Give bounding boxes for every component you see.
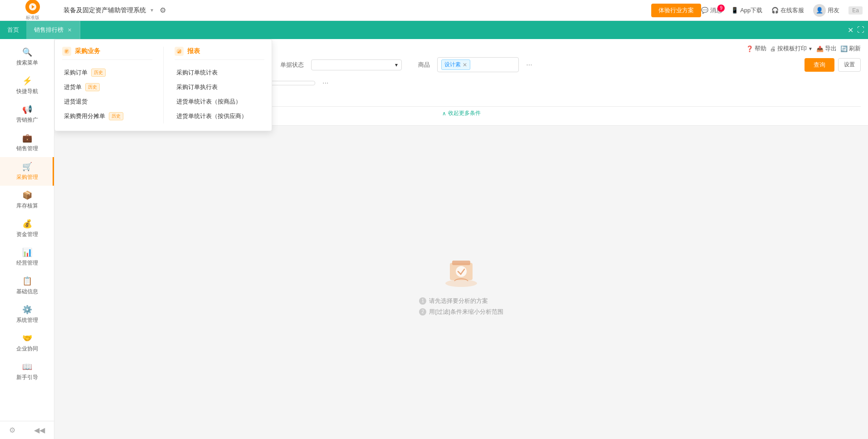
report-col-header: 报表 <box>175 47 265 60</box>
user-btn[interactable]: 👤 用友 <box>813 4 839 17</box>
dropdown-overlay: 采购业务 采购订单 历史 进货单 历史 进货退货 采购费用分摊单 <box>54 39 868 439</box>
tab-close-icon[interactable]: ✕ <box>66 27 73 33</box>
sidebar-collapse-icon[interactable]: ◀◀ <box>34 426 45 434</box>
purchase-col-header: 采购业务 <box>62 47 152 60</box>
inventory-icon: 📦 <box>22 190 32 200</box>
purchase-order-label: 采购订单 <box>64 69 88 77</box>
tab-close-all-icon[interactable]: ✕ <box>848 26 853 35</box>
sidebar-item-system[interactable]: ⚙️ 系统管理 <box>0 300 54 329</box>
quicknav-icon: ⚡ <box>22 76 32 86</box>
basics-icon: 📋 <box>22 276 32 286</box>
inbound-return-label: 进货退货 <box>64 98 88 106</box>
sidebar-system-label: 系统管理 <box>16 316 38 324</box>
sidebar-item-marketing[interactable]: 📢 营销推广 <box>0 100 54 128</box>
sidebar-quicknav-label: 快捷导航 <box>16 88 38 95</box>
message-btn[interactable]: 💬 消息 9 <box>701 6 722 15</box>
inbound-stat-goods-label: 进货单统计表（按商品） <box>176 98 241 106</box>
purchase-order-stat-label: 采购订单统计表 <box>176 69 218 77</box>
report-col-label: 报表 <box>187 47 200 55</box>
app-download-label: App下载 <box>740 6 762 15</box>
menu-item-purchase-order-exec[interactable]: 采购订单执行表 <box>175 80 265 94</box>
main-layout: 🔍 搜索菜单 ⚡ 快捷导航 📢 营销推广 💼 销售管理 🛒 采购管理 📦 库存核… <box>0 39 868 439</box>
message-icon: 💬 <box>701 7 708 14</box>
sidebar-item-cooperation[interactable]: 🤝 企业协同 <box>0 329 54 357</box>
sidebar-item-guide[interactable]: 📖 新手引导 <box>0 357 54 386</box>
sidebar-item-operations[interactable]: 📊 经营管理 <box>0 243 54 271</box>
menu-item-inbound-stat-goods[interactable]: 进货单统计表（按商品） <box>175 94 265 109</box>
app-download-btn[interactable]: 📱 App下载 <box>731 6 762 15</box>
menu-item-purchase-order[interactable]: 采购订单 历史 <box>62 65 152 80</box>
cooperation-icon: 🤝 <box>22 333 32 343</box>
sales-icon: 💼 <box>22 133 32 143</box>
purchase-col-label: 采购业务 <box>75 47 100 55</box>
inbound-label: 进货单 <box>64 83 82 91</box>
sidebar-item-inventory[interactable]: 📦 库存核算 <box>0 186 54 214</box>
menu-item-inbound-return[interactable]: 进货退货 <box>62 94 152 109</box>
logo-area: 标准版 <box>5 0 60 21</box>
menu-divider <box>163 47 164 123</box>
online-service-btn[interactable]: 🎧 在线客服 <box>771 6 804 15</box>
sidebar-basics-label: 基础信息 <box>16 288 38 296</box>
sidebar-finance-label: 资金管理 <box>16 231 38 238</box>
dropdown-menu: 采购业务 采购订单 历史 进货单 历史 进货退货 采购费用分摊单 <box>54 39 272 131</box>
menu-item-inbound[interactable]: 进货单 历史 <box>62 80 152 94</box>
sidebar-operations-label: 经营管理 <box>16 259 38 267</box>
purchase-expense-label: 采购费用分摊单 <box>64 112 105 120</box>
sidebar-item-quicknav[interactable]: ⚡ 快捷导航 <box>0 71 54 100</box>
sidebar-inventory-label: 库存核算 <box>16 202 38 210</box>
user-label: 用友 <box>828 6 839 15</box>
system-name: 装备及固定资产辅助管理系统 <box>63 6 146 15</box>
purchase-order-exec-label: 采购订单执行表 <box>176 83 218 91</box>
online-service-label: 在线客服 <box>780 6 804 15</box>
purchase-menu-column: 采购业务 采购订单 历史 进货单 历史 进货退货 采购费用分摊单 <box>62 47 152 123</box>
sidebar-cooperation-label: 企业协同 <box>16 345 38 353</box>
svg-rect-7 <box>179 50 180 53</box>
menu-item-inbound-stat-supplier[interactable]: 进货单统计表（按供应商） <box>175 109 265 123</box>
topbar: 标准版 装备及固定资产辅助管理系统 ▼ ⚙ 体验行业方案 💬 消息 9 📱 Ap… <box>0 0 868 21</box>
menu-item-purchase-expense[interactable]: 采购费用分摊单 历史 <box>62 109 152 123</box>
trial-btn[interactable]: 体验行业方案 <box>651 4 701 17</box>
logo-icon <box>25 0 40 14</box>
sidebar-item-search[interactable]: 🔍 搜索菜单 <box>0 43 54 71</box>
tab-sales-ranking-label: 销售排行榜 <box>34 26 63 34</box>
tab-home[interactable]: 首页 <box>0 21 27 39</box>
phone-icon: 📱 <box>731 7 738 14</box>
tab-sales-ranking[interactable]: 销售排行榜 ✕ <box>27 21 80 39</box>
tabbar-actions: ✕ ⛶ <box>844 21 868 39</box>
sidebar-config-icon[interactable]: ⚙ <box>9 426 15 434</box>
svg-rect-6 <box>178 52 179 53</box>
purchase-icon: 🛒 <box>22 162 32 172</box>
tabbar: 首页 销售排行榜 ✕ ✕ ⛶ <box>0 21 868 39</box>
sidebar-search-label: 搜索菜单 <box>16 59 38 67</box>
sidebar-bottom: ⚙ ◀◀ <box>0 421 54 439</box>
sidebar: 🔍 搜索菜单 ⚡ 快捷导航 📢 营销推广 💼 销售管理 🛒 采购管理 📦 库存核… <box>0 39 54 439</box>
sidebar-item-basics[interactable]: 📋 基础信息 <box>0 271 54 300</box>
system-icon: ⚙️ <box>22 305 32 315</box>
active-indicator <box>53 157 54 186</box>
guide-icon: 📖 <box>22 362 32 372</box>
message-badge: 9 <box>717 5 725 12</box>
report-col-icon <box>175 47 184 56</box>
sidebar-item-finance[interactable]: 💰 资金管理 <box>0 214 54 243</box>
sidebar-item-purchase[interactable]: 🛒 采购管理 <box>0 157 54 186</box>
menu-item-purchase-order-stat[interactable]: 采购订单统计表 <box>175 65 265 80</box>
tab-fullscreen-icon[interactable]: ⛶ <box>857 26 864 34</box>
operations-icon: 📊 <box>22 247 32 257</box>
finance-icon: 💰 <box>22 219 32 229</box>
system-dropdown-arrow[interactable]: ▼ <box>150 8 154 13</box>
settings-icon[interactable]: ⚙ <box>160 6 166 15</box>
sidebar-item-sales[interactable]: 💼 销售管理 <box>0 128 54 157</box>
inbound-history-tag: 历史 <box>85 83 100 91</box>
inbound-stat-supplier-label: 进货单统计表（按供应商） <box>176 112 247 120</box>
sidebar-sales-label: 销售管理 <box>16 145 38 153</box>
headset-icon: 🎧 <box>771 7 779 14</box>
report-menu-column: 报表 采购订单统计表 采购订单执行表 进货单统计表（按商品） 进货单统计表（按供… <box>175 47 265 123</box>
svg-rect-8 <box>180 49 181 53</box>
logo-text: 标准版 <box>26 15 39 21</box>
purchase-order-history-tag: 历史 <box>91 69 106 77</box>
sidebar-marketing-label: 营销推广 <box>16 116 38 124</box>
sidebar-guide-label: 新手引导 <box>16 374 38 381</box>
tab-home-label: 首页 <box>7 26 19 34</box>
search-icon: 🔍 <box>22 47 32 57</box>
purchase-expense-history-tag: 历史 <box>109 112 123 120</box>
